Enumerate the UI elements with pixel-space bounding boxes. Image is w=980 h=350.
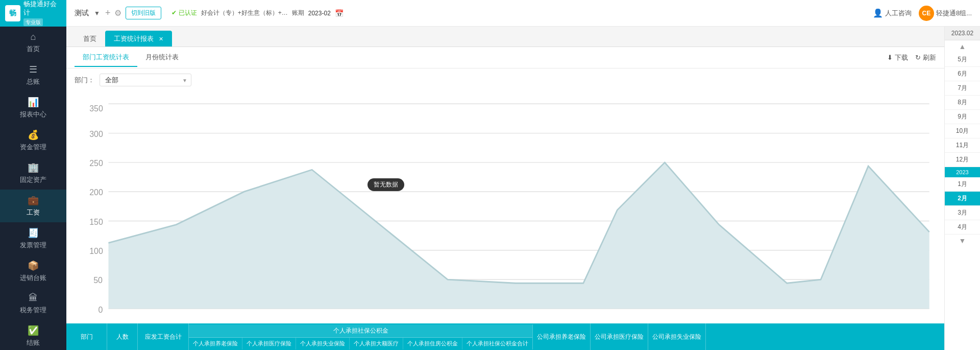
date-nav-up[interactable]: ▲ <box>945 40 980 53</box>
col-group-cells: 个人承担养老保险 个人承担医疗保险 个人承担失业保险 个人承担大额医疗 个人承担 <box>189 338 532 349</box>
sidebar-item-salary[interactable]: 💼 工资 <box>0 190 66 222</box>
logo-icon: 畅 <box>5 5 20 21</box>
col-count: 人数 <box>107 323 138 350</box>
right-date-panel: 2023.02 ▲ 5月 6月 7月 8月 9月 <box>944 27 980 350</box>
sub-tab-dept-salary[interactable]: 部门工资统计表 <box>75 49 137 67</box>
month-8[interactable]: 8月 <box>945 96 980 110</box>
funds-icon: 💰 <box>28 129 39 141</box>
month-6[interactable]: 6月 <box>945 67 980 81</box>
col-personal-housing: 个人承担住房公积金 <box>403 338 462 349</box>
topbar-actions: + ⚙ 切到旧版 <box>105 7 162 19</box>
sub-tab-monthly[interactable]: 月份统计表 <box>137 49 187 67</box>
year-2023-label[interactable]: 2023 <box>945 167 980 177</box>
sidebar-item-funds[interactable]: 💰 资金管理 <box>0 124 66 157</box>
settlement-icon: ✅ <box>28 325 39 336</box>
topbar-right: 👤 人工咨询 CE 轻捷通8组... <box>873 6 972 21</box>
main-area: 测试 ▼ + ⚙ 切到旧版 ✔ 已认证 好会计（专）+好生意（标）+… 账期 2… <box>66 0 980 350</box>
logo-text: 畅捷通好会计 专业版 <box>23 0 61 27</box>
col-personal-unemployment: 个人承担失业保险 <box>296 338 350 349</box>
topbar-dropdown[interactable]: ▼ <box>94 10 100 17</box>
salary-icon: 💼 <box>28 195 39 206</box>
settings-btn[interactable]: ⚙ <box>114 8 121 18</box>
sub-tab-bar: 部门工资统计表 月份统计表 ⬇ 下载 ↻ 刷新 <box>66 47 944 68</box>
month-9[interactable]: 9月 <box>945 110 980 124</box>
tab-salary-report[interactable]: 工资统计报表 ✕ <box>105 31 172 46</box>
dept-select-wrapper: 全部 财务部 销售部 技术部 行政部 <box>100 74 191 86</box>
month-12[interactable]: 12月 <box>945 153 980 167</box>
month-5[interactable]: 5月 <box>945 53 980 67</box>
col-total-salary: 应发工资合计 <box>138 323 189 350</box>
ledger-icon: ☰ <box>29 64 37 75</box>
date-panel-nav: ▲ 5月 6月 7月 8月 9月 10月 <box>945 40 980 247</box>
sidebar-item-tax[interactable]: 🏛 税务管理 <box>0 288 66 320</box>
svg-text:250: 250 <box>89 158 103 169</box>
ai-icon: 👤 <box>873 8 883 18</box>
content-wrapper: 首页 工资统计报表 ✕ 部门工资统计表 月份统计表 <box>66 27 980 350</box>
sidebar-item-general-ledger[interactable]: ☰ 总账 <box>0 59 66 91</box>
home-icon: ⌂ <box>31 32 36 42</box>
sidebar-item-home[interactable]: ⌂ 首页 <box>0 27 66 59</box>
topbar-tags: 好会计（专）+好生意（标）+… <box>201 9 288 17</box>
refresh-icon: ↻ <box>915 54 921 61</box>
svg-text:300: 300 <box>89 129 103 139</box>
date-nav-down[interactable]: ▼ <box>945 235 980 247</box>
download-btn[interactable]: ⬇ 下载 <box>887 53 908 62</box>
sidebar-logo: 畅 畅捷通好会计 专业版 <box>0 0 66 27</box>
month-2023-2[interactable]: 2月 <box>945 192 980 206</box>
col-personal-total: 个人承担社保公积金合计 <box>462 338 532 349</box>
col-group-header: 个人承担社保公积金 <box>189 324 532 338</box>
svg-marker-16 <box>108 162 929 309</box>
sub-tab-actions: ⬇ 下载 ↻ 刷新 <box>887 53 936 62</box>
svg-text:150: 150 <box>89 217 103 227</box>
month-10[interactable]: 10月 <box>945 124 980 138</box>
col-company-unemployment: 公司承担失业保险 <box>648 323 706 350</box>
switch-old-btn[interactable]: 切到旧版 <box>126 7 161 19</box>
topbar-period-value: 2023-02 <box>308 10 331 17</box>
tab-close-icon[interactable]: ✕ <box>159 36 163 42</box>
user-btn[interactable]: CE 轻捷通8组... <box>919 6 972 21</box>
col-personal-pension: 个人承担养老保险 <box>189 338 242 349</box>
download-icon: ⬇ <box>887 54 893 61</box>
month-2023-1[interactable]: 1月 <box>945 177 980 192</box>
dept-select[interactable]: 全部 财务部 销售部 技术部 行政部 <box>100 74 191 86</box>
svg-text:200: 200 <box>89 188 103 198</box>
sub-tabs: 部门工资统计表 月份统计表 <box>75 49 187 67</box>
sidebar-item-assets[interactable]: 🏢 固定资产 <box>0 157 66 190</box>
sidebar-item-settlement[interactable]: ✅ 结账 <box>0 320 66 350</box>
reports-icon: 📊 <box>28 97 39 108</box>
svg-text:350: 350 <box>89 103 103 113</box>
col-company-medical: 公司承担医疗保险 <box>591 323 648 350</box>
page-content: 首页 工资统计报表 ✕ 部门工资统计表 月份统计表 <box>66 27 944 350</box>
month-11[interactable]: 11月 <box>945 138 980 153</box>
tab-bar: 首页 工资统计报表 ✕ <box>66 27 944 47</box>
invoice-icon: 🧾 <box>28 227 39 239</box>
topbar-period-label: 账期 <box>292 9 304 17</box>
svg-text:50: 50 <box>93 275 103 286</box>
add-btn[interactable]: + <box>105 8 111 18</box>
svg-text:100: 100 <box>89 246 103 256</box>
filter-label: 部门： <box>75 76 94 85</box>
col-personal-major-medical: 个人承担大额医疗 <box>350 338 403 349</box>
topbar-title: 测试 <box>75 9 89 18</box>
sidebar-item-purchase-sales[interactable]: 📦 进销台账 <box>0 255 66 288</box>
sidebar-item-invoice[interactable]: 🧾 发票管理 <box>0 222 66 255</box>
table-footer: 部门 人数 应发工资合计 个人承担社保公积金 个人承担养老保险 <box>66 323 944 350</box>
refresh-btn[interactable]: ↻ 刷新 <box>915 53 936 62</box>
chart-svg: 0 50 100 150 200 250 300 350 <box>75 97 936 323</box>
calendar-icon[interactable]: 📅 <box>335 9 344 17</box>
col-group-personal: 个人承担社保公积金 个人承担养老保险 个人承担医疗保险 个人承担失业保险 个人承… <box>189 324 533 349</box>
month-2023-4[interactable]: 4月 <box>945 220 980 235</box>
month-2023-3[interactable]: 3月 <box>945 206 980 220</box>
tax-icon: 🏛 <box>29 293 38 304</box>
purchase-icon: 📦 <box>28 260 39 271</box>
month-7[interactable]: 7月 <box>945 81 980 96</box>
tab-home[interactable]: 首页 <box>75 31 105 46</box>
col-company-pension: 公司承担养老保险 <box>533 323 591 350</box>
topbar: 测试 ▼ + ⚙ 切到旧版 ✔ 已认证 好会计（专）+好生意（标）+… 账期 2… <box>66 0 980 27</box>
date-panel-header: 2023.02 <box>945 27 980 40</box>
ai-consult-btn[interactable]: 👤 人工咨询 <box>873 8 912 18</box>
sidebar-item-reports[interactable]: 📊 报表中心 <box>0 91 66 124</box>
col-dept: 部门 <box>66 323 107 350</box>
avatar: CE <box>919 6 934 21</box>
chart-container: 0 50 100 150 200 250 300 350 <box>66 91 944 323</box>
